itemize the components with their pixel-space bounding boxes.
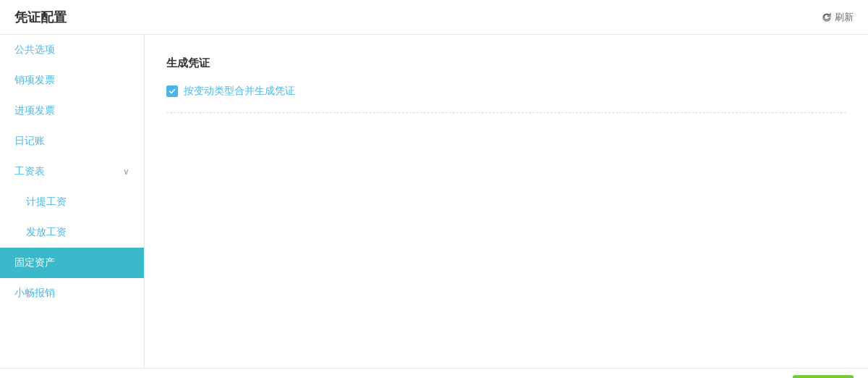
sidebar-label-journal: 日记账 xyxy=(14,135,45,148)
footer: 保存 xyxy=(0,368,868,378)
save-button[interactable]: 保存 xyxy=(793,375,854,379)
sidebar-label-payroll-table: 工资表 xyxy=(14,165,45,178)
sidebar-item-payroll-calculate[interactable]: 计提工资 xyxy=(0,187,144,217)
sidebar-item-sales-invoice[interactable]: 销项发票 xyxy=(0,65,144,96)
section-title: 生成凭证 xyxy=(166,56,846,70)
merge-type-label[interactable]: 按变动类型合并生成凭证 xyxy=(184,85,295,98)
section-divider xyxy=(166,112,846,113)
sidebar-item-fixed-assets[interactable]: 固定资产 xyxy=(0,248,144,278)
main-layout: 公共选项销项发票进项发票日记账工资表∨计提工资发放工资固定资产小畅报销 生成凭证… xyxy=(0,35,868,368)
sidebar-item-payroll-table[interactable]: 工资表∨ xyxy=(0,156,144,187)
sidebar-item-public[interactable]: 公共选项 xyxy=(0,35,144,65)
sidebar-label-payroll-distribute: 发放工资 xyxy=(26,226,67,239)
header: 凭证配置 刷新 xyxy=(0,0,868,35)
refresh-label: 刷新 xyxy=(835,11,854,24)
sidebar-label-fixed-assets: 固定资产 xyxy=(14,256,55,269)
sidebar-label-public: 公共选项 xyxy=(14,43,55,56)
sidebar-label-payroll-calculate: 计提工资 xyxy=(26,196,67,209)
sidebar-item-payroll-distribute[interactable]: 发放工资 xyxy=(0,217,144,248)
chevron-down-icon: ∨ xyxy=(123,167,129,177)
page-wrapper: 凭证配置 刷新 公共选项销项发票进项发票日记账工资表∨计提工资发放工资固定资产小… xyxy=(0,0,868,378)
merge-type-checkbox[interactable] xyxy=(166,85,178,97)
sidebar-label-purchase-invoice: 进项发票 xyxy=(14,104,55,117)
sidebar: 公共选项销项发票进项发票日记账工资表∨计提工资发放工资固定资产小畅报销 xyxy=(0,35,145,368)
checkbox-row: 按变动类型合并生成凭证 xyxy=(166,85,846,98)
sidebar-label-sales-invoice: 销项发票 xyxy=(14,74,55,87)
sidebar-item-expense[interactable]: 小畅报销 xyxy=(0,278,144,308)
sidebar-label-expense: 小畅报销 xyxy=(14,287,55,300)
page-title: 凭证配置 xyxy=(14,9,67,26)
sidebar-item-purchase-invoice[interactable]: 进项发票 xyxy=(0,96,144,126)
refresh-icon xyxy=(822,12,832,22)
refresh-button[interactable]: 刷新 xyxy=(822,11,854,24)
sidebar-item-journal[interactable]: 日记账 xyxy=(0,126,144,156)
content-area: 生成凭证 按变动类型合并生成凭证 xyxy=(145,35,868,368)
